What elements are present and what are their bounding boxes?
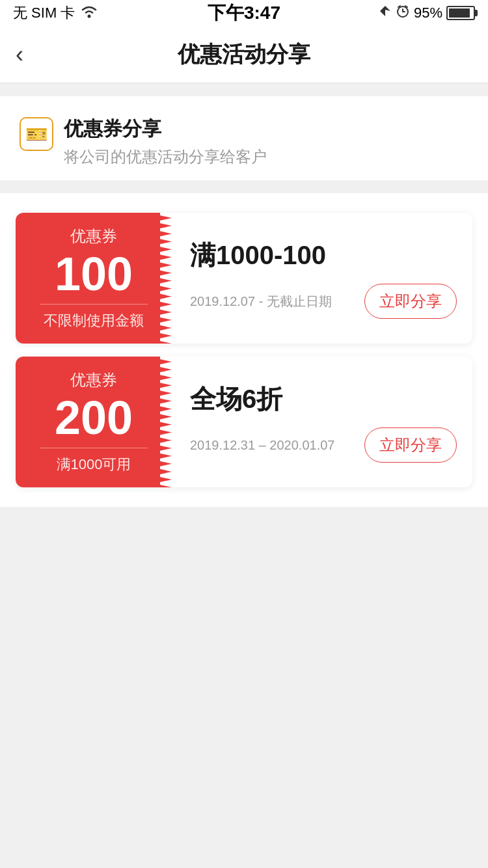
nav-bar: ‹ 优惠活动分享 [0,26,488,83]
section-icon: 🎫 [20,117,53,151]
coupon-name-1: 满1000-100 [190,237,457,273]
coupon-left-2: 优惠券 200 满1000可用 [16,357,172,487]
coupon-divider-1 [40,304,148,305]
coupon-condition-2: 满1000可用 [57,455,131,474]
coupon-condition-1: 不限制使用金额 [44,311,144,331]
share-button-2[interactable]: 立即分享 [364,427,457,463]
coupon-list: 优惠券 100 不限制使用金额 满1000-100 2019.12.07 - 无… [0,193,488,507]
coupon-bottom-row-1: 2019.12.07 - 无截止日期 立即分享 [190,284,457,319]
wifi-icon [80,4,98,22]
share-button-1[interactable]: 立即分享 [364,284,457,319]
coupon-amount-1: 100 [55,251,133,297]
svg-point-0 [88,15,91,18]
battery-percent: 95% [414,5,442,21]
section-header: 🎫 优惠券分享 将公司的优惠活动分享给客户 [0,96,488,180]
section-title: 优惠券分享 [64,116,267,142]
section-subtitle: 将公司的优惠活动分享给客户 [64,146,267,167]
status-right: 95% [379,4,475,22]
coupon-type-1: 优惠券 [70,226,117,247]
section-text-group: 优惠券分享 将公司的优惠活动分享给客户 [64,116,267,167]
carrier-label: 无 SIM 卡 [13,3,75,23]
coupon-type-2: 优惠券 [70,370,117,390]
alarm-icon [396,4,410,22]
coupon-right-2: 全场6折 2019.12.31 – 2020.01.07 立即分享 [172,357,472,487]
page-title: 优惠活动分享 [178,40,310,70]
coupon-divider-2 [40,448,148,448]
coupon-card: 优惠券 100 不限制使用金额 满1000-100 2019.12.07 - 无… [16,213,472,344]
background-area [0,507,488,868]
coupon-left: 优惠券 100 不限制使用金额 [16,213,172,344]
coupon-name-2: 全场6折 [190,381,457,417]
battery-icon [446,6,475,20]
coupon-right-1: 满1000-100 2019.12.07 - 无截止日期 立即分享 [172,213,472,344]
status-bar: 无 SIM 卡 下午3:47 95% [0,0,488,26]
location-icon [379,5,392,21]
coupon-amount-2: 200 [55,394,133,441]
back-button[interactable]: ‹ [16,41,23,68]
coupon-card-2: 优惠券 200 满1000可用 全场6折 2019.12.31 – 2020.0… [16,357,472,487]
coupon-date-2: 2019.12.31 – 2020.01.07 [190,438,358,453]
coupon-date-1: 2019.12.07 - 无截止日期 [190,293,358,310]
status-time: 下午3:47 [208,1,280,25]
coupon-bottom-row-2: 2019.12.31 – 2020.01.07 立即分享 [190,427,457,463]
status-left: 无 SIM 卡 [13,3,98,23]
